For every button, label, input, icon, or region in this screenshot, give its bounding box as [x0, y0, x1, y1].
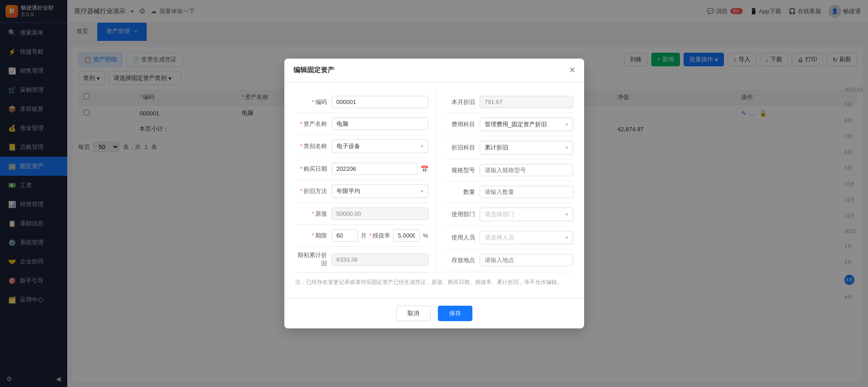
initial-depreciation-input [332, 253, 428, 266]
residual-rate-label: *残值率 [369, 232, 390, 240]
modal-body: *编码 *资产名称 *类别名称 [284, 82, 584, 298]
original-value-input[interactable] [332, 208, 428, 220]
model-input[interactable] [480, 164, 573, 176]
location-input[interactable] [480, 254, 573, 266]
field-depreciation-account: 折旧科目 累计折旧 ▾ [443, 136, 573, 159]
form-grid: *编码 *资产名称 *类别名称 [295, 91, 573, 273]
period-input[interactable] [332, 229, 358, 242]
cancel-button[interactable]: 取消 [396, 306, 431, 321]
field-purchase-date: *购买日期 📅 [295, 158, 428, 180]
category-select-chevron-icon: ▾ [421, 143, 423, 149]
field-quantity: 数量 [443, 181, 573, 203]
department-select[interactable]: 请选择部门 ▾ [480, 208, 573, 221]
asset-name-input[interactable] [332, 118, 428, 130]
field-user: 使用人员 请选择人员 ▾ [443, 226, 573, 249]
monthly-depreciation-input [480, 96, 573, 108]
purchase-date-input[interactable] [332, 163, 418, 175]
modal-footer: 取消 保存 [284, 298, 584, 328]
modal-close-button[interactable]: ✕ [569, 66, 575, 74]
save-button[interactable]: 保存 [438, 306, 472, 321]
field-model: 规格型号 [443, 159, 573, 181]
field-asset-name: *资产名称 [295, 113, 428, 135]
field-initial-depreciation: 期初累计折旧 [295, 247, 428, 273]
field-expense-account: 费用科目 管理费用_固定资产折旧 ▾ [443, 113, 573, 136]
modal-note: 注：已经存在变更记录或者对应固定资产已经生成凭证，原值、购买日期、残值率、累计折… [295, 273, 573, 289]
field-department: 使用部门 请选择部门 ▾ [443, 203, 573, 226]
department-chevron-icon: ▾ [565, 211, 568, 218]
modal-header: 编辑固定资产 ✕ [284, 59, 584, 82]
category-select[interactable]: 电子设备 ▾ [332, 139, 428, 153]
code-input[interactable] [332, 96, 428, 108]
depreciation-method-select[interactable]: 年限平均 ▾ [332, 184, 428, 198]
field-code: *编码 [295, 91, 428, 113]
residual-rate-input[interactable] [393, 229, 420, 242]
quantity-input[interactable] [480, 186, 573, 198]
field-period: *期限 月 *残值率 % [295, 225, 428, 247]
field-monthly-depreciation: 本月折旧 [443, 91, 573, 113]
user-select[interactable]: 请选择人员 ▾ [480, 231, 573, 244]
edit-asset-modal: 编辑固定资产 ✕ *编码 *资产名称 [284, 59, 584, 328]
field-depreciation-method: *折旧方法 年限平均 ▾ [295, 180, 428, 203]
calendar-icon[interactable]: 📅 [421, 165, 428, 173]
modal-overlay: 编辑固定资产 ✕ *编码 *资产名称 [0, 0, 868, 387]
user-chevron-icon: ▾ [565, 234, 568, 241]
depreciation-account-select[interactable]: 累计折旧 ▾ [480, 141, 573, 154]
depreciation-account-chevron-icon: ▾ [565, 144, 568, 151]
modal-title: 编辑固定资产 [293, 66, 334, 74]
expense-account-chevron-icon: ▾ [565, 121, 568, 128]
method-select-chevron-icon: ▾ [421, 188, 423, 194]
field-location: 存放地点 [443, 249, 573, 271]
field-category: *类别名称 电子设备 ▾ [295, 135, 428, 158]
field-original-value: *原值 [295, 203, 428, 225]
expense-account-select[interactable]: 管理费用_固定资产折旧 ▾ [480, 118, 573, 131]
